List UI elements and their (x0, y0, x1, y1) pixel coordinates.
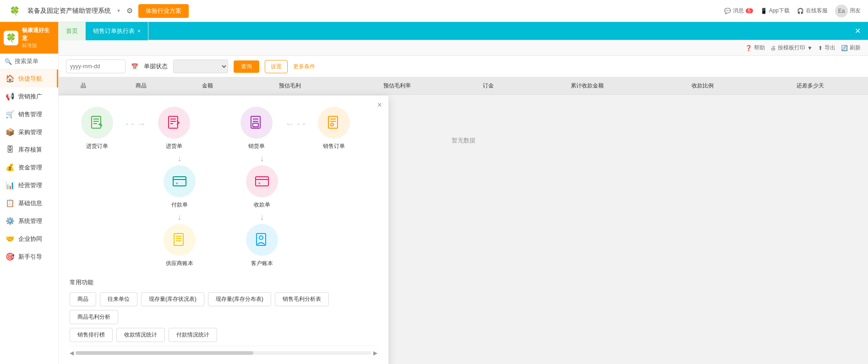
inventory-icon: 🗄 (5, 146, 15, 154)
flow-item-sales-order[interactable]: 销售订单 (306, 107, 361, 150)
flow-left-col: 进货订单 - - → 进货单 (70, 107, 361, 267)
enterprise-icon: 🤝 (5, 234, 15, 243)
content-area: 首页 销售订单执行表 × ✕ ❓ 帮助 🖨 按模板打印 (59, 22, 868, 364)
func-buttons-row2: 销售排行榜 收款情况统计 付款情况统计 (70, 328, 377, 342)
tab-sales-orders[interactable]: 销售订单执行表 × (86, 22, 148, 40)
popup-overlay[interactable]: × (59, 77, 868, 364)
help-button[interactable]: ❓ 帮助 (745, 44, 765, 52)
flow-item-supplier-ledger[interactable]: 供应商账本 (152, 224, 207, 267)
svg-text:¥: ¥ (175, 181, 178, 185)
message-button[interactable]: 💬 消息 5 (724, 7, 753, 15)
flow-item-purchase-bill[interactable]: 进货单 (147, 107, 202, 150)
supplier-ledger-circle (164, 224, 196, 256)
sidebar-item-operations[interactable]: 📊 经营管理 (0, 176, 58, 194)
setting-button[interactable]: 设置 (265, 60, 288, 73)
top-bar-right: 💬 消息 5 📱 App下载 🎧 在线客服 Ea 用友 (724, 5, 861, 17)
status-label: 单据状态 (144, 62, 168, 71)
sidebar-item-marketing[interactable]: 📢 营销推广 (0, 87, 58, 105)
system-icon: ⚙️ (5, 217, 15, 225)
download-icon: 📱 (760, 8, 767, 14)
sidebar-nav: 🏠 快捷导航 📢 营销推广 🛒 销售管理 📦 采购管理 🗄 库存核 (0, 70, 58, 364)
svg-rect-16 (173, 177, 186, 186)
func-btn-product[interactable]: 商品 (70, 292, 96, 306)
export-icon: ⬆ (818, 45, 823, 51)
func-btn-receipt-stats[interactable]: 收款情况统计 (116, 328, 165, 342)
func-btn-payment-stats[interactable]: 付款情况统计 (169, 328, 217, 342)
svg-text:¥: ¥ (258, 181, 261, 185)
avatar: Ea (835, 5, 848, 17)
filter-bar: 📅 单据状态 查询 设置 更多条件 (59, 56, 868, 77)
receipt-circle: ¥ (246, 165, 278, 197)
scroll-left-arrow[interactable]: ◀ (70, 350, 74, 356)
down-arrow-4: ↓ (260, 212, 264, 222)
scrollbar-thumb[interactable] (76, 351, 253, 355)
svg-rect-0 (92, 116, 101, 128)
purchase-icon: 📦 (5, 128, 15, 136)
flow-item-purchase-order[interactable]: 进货订单 (70, 107, 125, 150)
export-button[interactable]: ⬆ 导出 (818, 44, 835, 52)
scroll-right-arrow[interactable]: ▶ (373, 350, 377, 356)
app-download-button[interactable]: 📱 App下载 (760, 7, 790, 15)
sidebar-item-basic[interactable]: 📋 基础信息 (0, 194, 58, 212)
more-conditions-link[interactable]: 更多条件 (293, 63, 315, 71)
func-btn-sales-ranking[interactable]: 销售排行榜 (70, 328, 113, 342)
svg-rect-4 (169, 116, 178, 128)
popup-close-button[interactable]: × (377, 100, 382, 110)
sidebar-item-guide[interactable]: 🎯 新手引导 (0, 248, 58, 266)
flow-item-receipt[interactable]: ¥ 收款单 (235, 165, 289, 209)
popup-scrollbar: ◀ ▶ (70, 346, 377, 356)
flow-item-payment[interactable]: ¥ 付款单 (152, 165, 207, 209)
flow-middle-row: ↓ ¥ 付款单 (70, 154, 361, 209)
tab-close-icon[interactable]: × (137, 28, 141, 34)
system-dropdown-arrow[interactable]: ▼ (116, 8, 121, 13)
flow-top-row: 进货订单 - - → 进货单 (70, 107, 361, 150)
experience-button[interactable]: 体验行业方案 (138, 4, 189, 18)
svg-point-15 (331, 123, 333, 126)
down-arrow-1: ↓ (178, 154, 182, 163)
svg-rect-19 (256, 177, 268, 186)
app-container: 🍀 装备及固定资产辅助管理系统 ▼ ⚙ 体验行业方案 💬 消息 5 📱 App下… (0, 0, 868, 364)
flow-supplier-col: ↓ 供应商账本 (152, 212, 207, 267)
settings-icon[interactable]: ⚙ (126, 6, 133, 15)
sidebar-item-inventory[interactable]: 🗄 库存核算 (0, 141, 58, 158)
sidebar-item-purchase[interactable]: 📦 采购管理 (0, 123, 58, 141)
tab-home[interactable]: 首页 (59, 22, 86, 40)
query-button[interactable]: 查询 (234, 60, 259, 73)
tab-bar-close-icon[interactable]: ✕ (847, 27, 868, 35)
status-select[interactable] (173, 60, 228, 73)
func-btn-product-margin[interactable]: 商品毛利分析 (70, 310, 118, 324)
refresh-button[interactable]: 🔄 刷新 (841, 44, 861, 52)
func-buttons-row1: 商品 往来单位 现存量(库存状况表) 现存量(库存分布表) 销售毛利分析表 商品… (70, 292, 377, 324)
template-print-button[interactable]: 🖨 按模板打印 ▼ (770, 44, 813, 52)
online-service-button[interactable]: 🎧 在线客服 (797, 7, 828, 15)
func-btn-sales-margin[interactable]: 销售毛利分析表 (275, 292, 329, 306)
func-btn-inventory-dist[interactable]: 现存量(库存分布表) (208, 292, 271, 306)
func-btn-inventory-status[interactable]: 现存量(库存状况表) (141, 292, 204, 306)
scrollbar-track[interactable] (76, 351, 371, 355)
sidebar-item-finance[interactable]: 💰 资金管理 (0, 158, 58, 176)
date-input[interactable] (66, 60, 126, 73)
svg-rect-22 (174, 234, 183, 245)
sidebar-logo-text: 畅康通好生意 标准版 (22, 27, 55, 49)
sidebar-item-sales[interactable]: 🛒 销售管理 (0, 105, 58, 123)
flow-item-sales-bill[interactable]: 销货单 (229, 107, 284, 150)
search-menu-item[interactable]: 🔍 搜索菜单 (0, 54, 58, 70)
common-func-title: 常用功能 (70, 278, 377, 287)
user-menu[interactable]: Ea 用友 (835, 5, 861, 17)
sidebar-item-quick-nav[interactable]: 🏠 快捷导航 (0, 70, 58, 87)
guide-icon: 🎯 (5, 252, 15, 261)
common-functions: 常用功能 商品 往来单位 现存量(库存状况表) 现存量(库存分布表) 销售毛利分… (70, 278, 377, 342)
finance-icon: 💰 (5, 163, 15, 172)
calendar-icon[interactable]: 📅 (131, 63, 138, 70)
marketing-icon: 📢 (5, 92, 15, 101)
sidebar-item-system[interactable]: ⚙️ 系统管理 (0, 212, 58, 230)
search-icon: 🔍 (5, 58, 12, 65)
func-btn-partner[interactable]: 往来单位 (100, 292, 137, 306)
home-icon: 🏠 (5, 74, 15, 83)
arrow-1: - - → (126, 119, 146, 129)
toolbar: ❓ 帮助 🖨 按模板打印 ▼ ⬆ 导出 🔄 刷新 (59, 40, 868, 56)
sidebar-item-enterprise[interactable]: 🤝 企业协同 (0, 230, 58, 248)
table-container: 品 商品 金额 预估毛利 预估毛利率 订金 累计收款金额 收款比例 还差多少天 (59, 77, 868, 364)
flow-receipt-col: ↓ ¥ 收款单 (235, 154, 289, 209)
flow-item-customer-ledger[interactable]: 客户账本 (235, 224, 289, 267)
